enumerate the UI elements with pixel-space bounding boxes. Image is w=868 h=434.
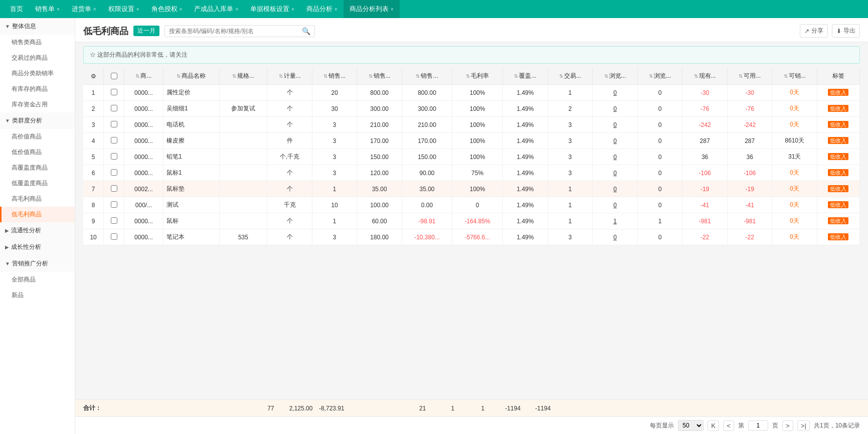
col-current-stock[interactable]: ⇅现有...: [682, 68, 728, 85]
cell-browse1[interactable]: 0: [593, 197, 638, 213]
export-button[interactable]: ⬇ 导出: [832, 24, 860, 38]
nav-item-商品分析[interactable]: 商品分析×: [300, 0, 343, 18]
sidebar-item-有库存的商品[interactable]: 有库存的商品: [0, 81, 75, 97]
sidebar-item-交易过的商品[interactable]: 交易过的商品: [0, 50, 75, 66]
sidebar-item-高毛利商品[interactable]: 高毛利商品: [0, 191, 75, 207]
col-code[interactable]: ⇅商...: [124, 68, 163, 85]
sidebar-group-整体信息[interactable]: ▼整体信息: [0, 18, 75, 35]
row-checkbox[interactable]: [111, 201, 117, 208]
row-checkbox[interactable]: [111, 89, 117, 95]
nav-item-进货单[interactable]: 进货单×: [66, 0, 102, 18]
close-icon[interactable]: ×: [180, 7, 183, 12]
sidebar-item-销售类商品[interactable]: 销售类商品: [0, 35, 75, 50]
row-checkbox[interactable]: [111, 217, 117, 224]
close-icon[interactable]: ×: [136, 7, 139, 12]
search-input[interactable]: [169, 28, 302, 35]
browse1-link[interactable]: 0: [613, 202, 617, 209]
browse1-link[interactable]: 1: [613, 218, 617, 225]
nav-item-产成品入库单[interactable]: 产成品入库单×: [188, 0, 244, 18]
cell-checkbox[interactable]: [104, 117, 124, 133]
browse1-link[interactable]: 0: [613, 154, 617, 161]
row-checkbox[interactable]: [111, 233, 117, 240]
cell-checkbox[interactable]: [104, 133, 124, 149]
sidebar-item-低价值商品[interactable]: 低价值商品: [0, 144, 75, 160]
cell-checkbox[interactable]: [104, 85, 124, 101]
col-coverage[interactable]: ⇅覆盖...: [503, 68, 548, 85]
col-gross-rate[interactable]: ⇅毛利率: [452, 68, 503, 85]
browse1-link[interactable]: 0: [613, 234, 617, 241]
cell-checkbox[interactable]: [104, 229, 124, 245]
col-checkbox[interactable]: [104, 68, 124, 85]
close-icon[interactable]: ×: [57, 7, 60, 12]
col-settings[interactable]: ⚙: [83, 68, 104, 85]
nav-item-商品分析列表[interactable]: 商品分析列表×: [343, 0, 400, 18]
cell-browse1[interactable]: 0: [593, 181, 638, 197]
col-spec[interactable]: ⇅规格...: [219, 68, 267, 85]
close-icon[interactable]: ×: [93, 7, 96, 12]
browse1-link[interactable]: 0: [613, 121, 617, 128]
next-page-btn[interactable]: >: [782, 420, 793, 431]
col-sales-qty[interactable]: ⇅销售...: [312, 68, 357, 85]
col-name[interactable]: ⇅商品名称: [163, 68, 220, 85]
row-checkbox[interactable]: [111, 121, 117, 127]
nav-item-首页[interactable]: 首页: [4, 0, 29, 18]
search-icon[interactable]: 🔍: [302, 27, 310, 35]
sidebar-item-低覆盖度商品[interactable]: 低覆盖度商品: [0, 176, 75, 191]
nav-item-角色授权[interactable]: 角色授权×: [145, 0, 189, 18]
cell-checkbox[interactable]: [104, 181, 124, 197]
sidebar-group-成长性分析[interactable]: ▶成长性分析: [0, 239, 75, 255]
sidebar-item-高覆盖度商品[interactable]: 高覆盖度商品: [0, 160, 75, 176]
cell-browse1[interactable]: 0: [593, 165, 638, 181]
row-checkbox[interactable]: [111, 185, 117, 192]
page-input[interactable]: [748, 420, 768, 430]
sidebar-group-类群度分析[interactable]: ▼类群度分析: [0, 112, 75, 129]
sidebar-item-商品分类助销率[interactable]: 商品分类助销率: [0, 66, 75, 81]
close-icon[interactable]: ×: [235, 7, 238, 12]
nav-item-销售单[interactable]: 销售单×: [29, 0, 66, 18]
browse1-link[interactable]: 0: [613, 186, 617, 193]
cell-browse1[interactable]: 0: [593, 101, 638, 117]
sidebar-item-高价值商品[interactable]: 高价值商品: [0, 129, 75, 144]
select-all-checkbox[interactable]: [111, 73, 117, 79]
browse1-link[interactable]: 0: [613, 137, 617, 144]
close-icon[interactable]: ×: [334, 7, 337, 12]
browse1-link[interactable]: 0: [613, 89, 617, 96]
row-checkbox[interactable]: [111, 153, 117, 160]
col-transaction[interactable]: ⇅交易...: [548, 68, 593, 85]
sidebar-group-营销推广分析[interactable]: ▼营销推广分析: [0, 255, 75, 272]
col-tag[interactable]: 标签: [817, 68, 859, 85]
cell-browse1[interactable]: 0: [593, 117, 638, 133]
col-available[interactable]: ⇅可用...: [727, 68, 772, 85]
close-icon[interactable]: ×: [391, 7, 394, 12]
row-checkbox[interactable]: [111, 105, 117, 111]
cell-checkbox[interactable]: [104, 149, 124, 165]
col-browse2[interactable]: ⇅浏览...: [637, 68, 682, 85]
cell-checkbox[interactable]: [104, 197, 124, 213]
browse1-link[interactable]: 0: [613, 170, 617, 177]
cell-browse1[interactable]: 0: [593, 85, 638, 101]
row-checkbox[interactable]: [111, 137, 117, 143]
col-sales-amt[interactable]: ⇅销售...: [357, 68, 402, 85]
sidebar-item-新品[interactable]: 新品: [0, 287, 75, 303]
sidebar-item-全部商品[interactable]: 全部商品: [0, 272, 75, 287]
cell-checkbox[interactable]: [104, 101, 124, 117]
cell-checkbox[interactable]: [104, 213, 124, 229]
prev-page-btn[interactable]: <: [723, 420, 734, 431]
nav-item-单据模板设置[interactable]: 单据模板设置×: [244, 0, 300, 18]
cell-browse1[interactable]: 0: [593, 133, 638, 149]
cell-browse1[interactable]: 0: [593, 229, 638, 245]
first-page-btn[interactable]: K: [708, 420, 719, 431]
col-browse1[interactable]: ⇅浏览...: [593, 68, 638, 85]
nav-item-权限设置[interactable]: 权限设置×: [102, 0, 145, 18]
browse1-link[interactable]: 0: [613, 105, 617, 112]
cell-browse1[interactable]: 1: [593, 213, 638, 229]
cell-checkbox[interactable]: [104, 165, 124, 181]
sidebar-group-流通性分析[interactable]: ▶流通性分析: [0, 222, 75, 239]
close-icon[interactable]: ×: [291, 7, 294, 12]
filter-tag-btn[interactable]: 近一月: [133, 26, 159, 36]
share-button[interactable]: ↗ 分享: [800, 24, 828, 38]
cell-browse1[interactable]: 0: [593, 149, 638, 165]
col-sellable[interactable]: ⇅可销...: [772, 68, 817, 85]
per-page-select[interactable]: 50 100 200: [678, 420, 704, 431]
row-checkbox[interactable]: [111, 169, 117, 176]
